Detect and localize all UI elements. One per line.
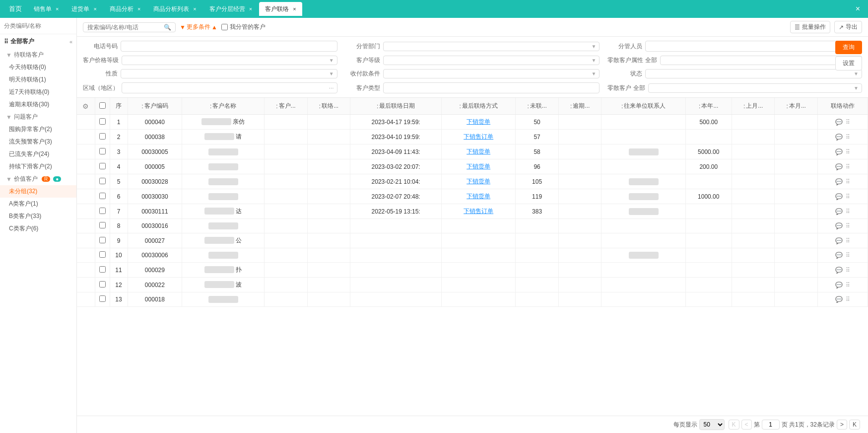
row-checkbox-6[interactable] (99, 208, 106, 214)
chat-icon[interactable]: 💬 (835, 237, 843, 244)
last-method-link[interactable]: 下销货单 (467, 163, 490, 170)
row-checkbox-3[interactable] (99, 163, 106, 169)
chat-icon[interactable]: 💬 (835, 148, 843, 155)
row-checkbox-7[interactable] (99, 222, 106, 228)
tab-product-analysis[interactable]: 商品分析 × (104, 2, 146, 16)
grid-action-icon[interactable]: ⠿ (846, 208, 850, 215)
sidebar-search-input[interactable] (4, 22, 77, 29)
filter-more-btn[interactable]: ▼ 更多条件 ▲ (180, 23, 217, 31)
last-method-link[interactable]: 下销货单 (467, 193, 490, 200)
row-checkbox-1[interactable] (99, 133, 106, 140)
page-input[interactable] (762, 420, 780, 430)
grid-action-icon[interactable]: ⠿ (846, 119, 850, 126)
grid-action-icon[interactable]: ⠿ (846, 282, 850, 289)
row-checkbox-5[interactable] (99, 193, 106, 199)
filter-search-input[interactable] (87, 24, 162, 31)
close-tab-customer-contact[interactable]: × (293, 6, 296, 12)
close-tab-product-analysis[interactable]: × (137, 6, 140, 12)
sidebar-pending-contact[interactable]: ▼ 待联络客户 (0, 49, 76, 61)
filter-select-customer-level[interactable]: ▼ (383, 56, 600, 65)
tab-purchase[interactable]: 进货单 × (66, 2, 102, 16)
filter-input-customer-type[interactable] (383, 82, 600, 93)
chat-icon[interactable]: 💬 (835, 134, 843, 141)
grid-action-icon[interactable]: ⠿ (846, 148, 850, 155)
chat-icon[interactable]: 💬 (835, 252, 843, 259)
sidebar-all-customers[interactable]: ⠿ 全部客户 « (0, 34, 76, 49)
grid-action-icon[interactable]: ⠿ (846, 296, 850, 303)
chat-icon[interactable]: 💬 (835, 267, 843, 274)
query-button[interactable]: 查询 (835, 41, 862, 54)
sidebar-item-tomorrow-contact[interactable]: 明天待联络(1) (0, 73, 76, 86)
filter-select-dept[interactable]: ▼ (383, 42, 600, 51)
filter-search-icon[interactable]: 🔍 (164, 24, 171, 31)
reset-button[interactable]: 设置 (835, 56, 862, 71)
filter-input-phone[interactable] (121, 41, 337, 52)
tab-sales[interactable]: 销售单 × (28, 2, 65, 16)
chat-icon[interactable]: 💬 (835, 222, 843, 229)
my-customers-check[interactable] (221, 24, 228, 30)
sidebar-item-overdue-contact[interactable]: 逾期未联络(30) (0, 98, 76, 111)
grid-action-icon[interactable]: ⠿ (846, 237, 850, 244)
row-checkbox-9[interactable] (99, 251, 106, 258)
close-tab-customer-segment[interactable]: × (249, 6, 252, 12)
chat-icon[interactable]: 💬 (835, 163, 843, 170)
collapse-icon[interactable]: « (69, 39, 72, 45)
row-checkbox-12[interactable] (99, 295, 106, 302)
nav-prev-btn[interactable]: < (741, 420, 752, 430)
my-customers-checkbox[interactable]: 我分管的客户 (221, 23, 266, 31)
row-checkbox-0[interactable] (99, 118, 106, 125)
sidebar-item-7day-contact[interactable]: 近7天待联络(0) (0, 86, 76, 98)
sidebar-item-a-type[interactable]: A类客户(1) (0, 198, 76, 210)
chat-icon[interactable]: 💬 (835, 282, 843, 289)
grid-action-icon[interactable]: ⠿ (846, 178, 850, 185)
settings-gear-icon[interactable]: ⚙ (82, 102, 89, 110)
sidebar-item-today-contact[interactable]: 今天待联络(0) (0, 61, 76, 73)
grid-action-icon[interactable]: ⠿ (846, 134, 850, 141)
tab-customer-segment[interactable]: 客户分层经营 × (203, 2, 258, 16)
sidebar-item-b-type[interactable]: B类客户(33) (0, 210, 76, 222)
grid-action-icon[interactable]: ⠿ (846, 193, 850, 200)
sidebar-item-ungroup[interactable]: 未分组(32) (0, 185, 76, 198)
sidebar-item-churned[interactable]: 已流失客户(24) (0, 148, 76, 160)
sidebar-item-hoarding-abnormal[interactable]: 囤购异常客户(2) (0, 123, 76, 136)
grid-action-icon[interactable]: ⠿ (846, 252, 850, 259)
row-checkbox-11[interactable] (99, 281, 106, 288)
last-method-link[interactable]: 下销货单 (467, 178, 490, 185)
close-tab-sales[interactable]: × (56, 6, 59, 12)
batch-op-btn[interactable]: ☰ 批量操作 (790, 21, 830, 33)
filter-select-manager[interactable]: ··· (645, 41, 862, 52)
chat-icon[interactable]: 💬 (835, 296, 843, 303)
per-page-select[interactable]: 50 100 200 (699, 419, 725, 430)
grid-action-icon[interactable]: ⠿ (846, 163, 850, 170)
export-btn[interactable]: ↗ 导出 (834, 21, 862, 33)
sidebar-item-churn-warning[interactable]: 流失预警客户(3) (0, 136, 76, 148)
chat-icon[interactable]: 💬 (835, 193, 843, 200)
chat-icon[interactable]: 💬 (835, 119, 843, 126)
close-tab-product-analysis-list[interactable]: × (193, 6, 196, 12)
sidebar-value-customers[interactable]: ▼ 价值客户 R ● (0, 173, 76, 185)
nav-next-btn[interactable]: > (837, 420, 847, 430)
chat-icon[interactable]: 💬 (835, 178, 843, 185)
grid-action-icon[interactable]: ⠿ (846, 222, 850, 229)
close-tab-purchase[interactable]: × (93, 6, 96, 12)
window-close[interactable]: × (852, 4, 864, 13)
filter-select-sparse-attr[interactable]: ▼ (660, 56, 862, 65)
select-all-checkbox[interactable] (99, 102, 106, 109)
chat-icon[interactable]: 💬 (835, 208, 843, 215)
sidebar-problem-customers[interactable]: ▼ 问题客户 (0, 111, 76, 123)
row-checkbox-10[interactable] (99, 266, 106, 273)
sidebar-item-declining[interactable]: 持续下滑客户(2) (0, 160, 76, 173)
filter-select-nature[interactable]: ▼ (121, 69, 337, 78)
filter-select-sparse[interactable]: ▼ (648, 83, 862, 93)
sidebar-item-c-type[interactable]: C类客户(6) (0, 222, 76, 235)
tab-customer-contact[interactable]: 客户联络 × (259, 2, 302, 16)
filter-select-region[interactable]: ··· (122, 82, 337, 93)
row-checkbox-4[interactable] (99, 178, 106, 184)
last-method-link[interactable]: 下销货单 (467, 118, 490, 125)
tab-product-analysis-list[interactable]: 商品分析列表 × (147, 2, 202, 16)
nav-home[interactable]: 首页 (4, 4, 27, 13)
nav-last-btn[interactable]: K (849, 420, 860, 430)
filter-select-status[interactable]: ▼ (645, 69, 862, 78)
row-checkbox-8[interactable] (99, 237, 106, 243)
grid-action-icon[interactable]: ⠿ (846, 267, 850, 274)
